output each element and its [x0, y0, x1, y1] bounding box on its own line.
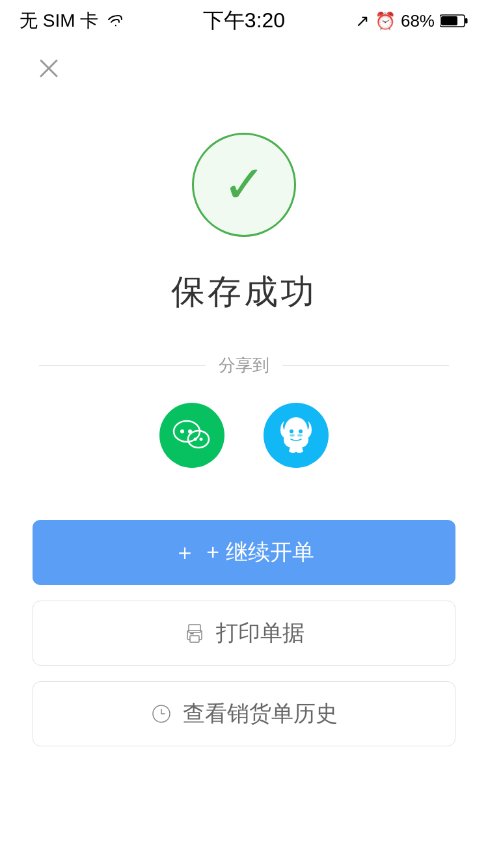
close-icon — [37, 57, 61, 80]
close-button[interactable] — [33, 52, 65, 85]
share-divider: 分享到 — [0, 354, 488, 377]
print-label: 打印单据 — [216, 618, 305, 648]
status-bar: 无 SIM 卡 下午3:20 ↗ ⏰ 68% — [0, 0, 488, 42]
success-circle: ✓ — [192, 133, 296, 237]
share-section: 分享到 — [0, 354, 488, 468]
qq-share-button[interactable] — [264, 403, 329, 468]
status-left: 无 SIM 卡 — [20, 8, 126, 33]
share-label: 分享到 — [219, 354, 269, 377]
print-icon — [183, 622, 206, 644]
svg-point-21 — [295, 449, 303, 453]
svg-point-15 — [299, 429, 303, 433]
svg-point-10 — [200, 438, 203, 441]
divider-left — [39, 365, 206, 366]
history-label: 查看销货单历史 — [183, 699, 338, 729]
svg-point-8 — [188, 431, 209, 448]
wifi-icon — [105, 13, 126, 29]
svg-rect-24 — [190, 636, 199, 642]
view-history-button[interactable]: 查看销货单历史 — [33, 681, 455, 746]
status-time: 下午3:20 — [203, 7, 285, 35]
qq-icon — [278, 416, 314, 455]
location-icon: ↗ — [355, 11, 370, 31]
alarm-icon: ⏰ — [375, 11, 396, 31]
svg-point-14 — [290, 429, 293, 433]
svg-rect-1 — [465, 18, 468, 23]
svg-rect-2 — [441, 16, 457, 25]
checkmark-icon: ✓ — [223, 159, 266, 211]
share-icons — [159, 403, 329, 468]
wechat-share-button[interactable] — [159, 403, 224, 468]
plus-icon: ＋ — [174, 537, 196, 567]
svg-point-16 — [290, 434, 295, 437]
battery-icon — [440, 14, 468, 28]
svg-rect-22 — [189, 625, 200, 632]
battery-text: 68% — [401, 11, 435, 31]
svg-point-17 — [297, 434, 303, 437]
svg-point-6 — [180, 429, 184, 433]
continue-order-button[interactable]: ＋ + 继续开单 — [33, 520, 455, 585]
status-right: ↗ ⏰ 68% — [355, 11, 468, 31]
action-buttons: ＋ + 继续开单 打印单据 查看销货单历史 — [0, 520, 488, 746]
success-title: 保存成功 — [171, 269, 317, 315]
svg-rect-25 — [190, 633, 194, 634]
continue-order-label: + 继续开单 — [206, 537, 314, 567]
svg-point-13 — [284, 418, 308, 447]
svg-point-9 — [194, 438, 197, 441]
history-icon — [150, 703, 172, 725]
wechat-icon — [172, 418, 211, 452]
divider-right — [282, 365, 449, 366]
print-receipt-button[interactable]: 打印单据 — [33, 601, 455, 666]
main-content: ✓ 保存成功 分享到 — [0, 42, 488, 746]
no-sim-text: 无 SIM 卡 — [20, 8, 98, 33]
